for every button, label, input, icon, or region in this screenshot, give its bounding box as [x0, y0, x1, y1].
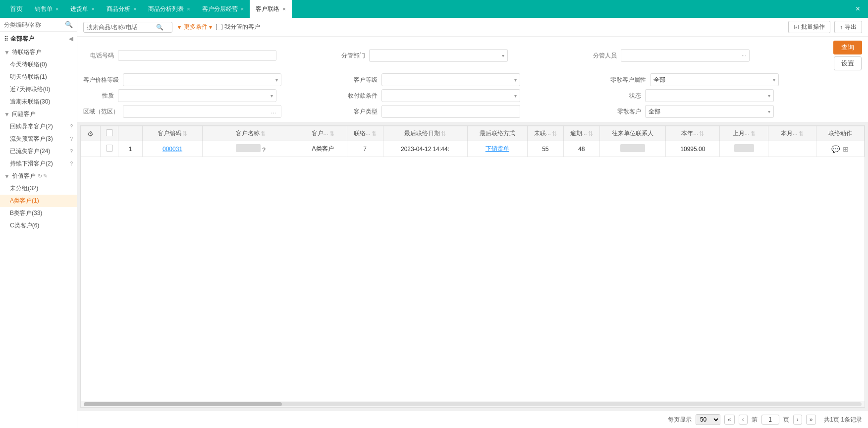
th-gear[interactable]: ⚙ [81, 126, 101, 141]
group-pending-contact[interactable]: ▼ 待联络客户 [0, 46, 77, 58]
th-code[interactable]: 客户编码 ⇅ [142, 126, 202, 141]
th-contact[interactable]: 联络... ⇅ [347, 126, 383, 141]
per-page-select[interactable]: 50 100 200 [696, 414, 720, 425]
th-check [100, 126, 118, 141]
chat-icon[interactable]: 💬 [831, 145, 840, 153]
th-name[interactable]: 客户名称 ⇅ [203, 126, 299, 141]
phone-input[interactable] [118, 50, 276, 61]
sidebar-search-input[interactable] [4, 21, 65, 28]
sidebar-item-class-b[interactable]: B类客户(33) [0, 207, 77, 219]
td-last-way[interactable]: 下销货单 [467, 141, 527, 157]
edit-icon[interactable]: ✎ [43, 173, 48, 179]
td-code[interactable]: 000031 [142, 141, 202, 157]
status-select[interactable]: ▾ [645, 89, 774, 102]
nav-tab-analysis[interactable]: 商品分析 × [101, 0, 142, 18]
th-last-month[interactable]: 上月... ⇅ [720, 126, 768, 141]
nav-home[interactable]: 首页 [4, 0, 29, 18]
query-btn[interactable]: 查询 [833, 41, 862, 54]
sidebar-item-class-c[interactable]: C类客户(6) [0, 219, 77, 232]
retail-attr-select[interactable]: 全部 ▾ [650, 73, 779, 86]
close-sales-tab[interactable]: × [55, 6, 58, 12]
sidebar-item-declining[interactable]: 持续下滑客户(2) ? [0, 158, 77, 170]
sidebar-item-today[interactable]: 今天待联络(0) [0, 58, 77, 71]
last-way-link[interactable]: 下销货单 [486, 145, 509, 152]
price-level-select[interactable]: ▾ [123, 73, 281, 86]
nav-tab-purchase[interactable]: 进货单 × [64, 0, 100, 18]
close-analysis-list-tab[interactable]: × [187, 6, 190, 12]
next-page-btn[interactable]: › [793, 415, 802, 425]
th-this-year[interactable]: 本年... ⇅ [666, 126, 720, 141]
refresh-icon[interactable]: ↻ [38, 173, 42, 179]
close-all-tabs[interactable]: × [852, 4, 864, 13]
gear-settings-btn[interactable]: ⚙ [87, 130, 94, 138]
td-no-contact: 55 [527, 141, 563, 157]
th-no-contact[interactable]: 未联... ⇅ [527, 126, 563, 141]
th-last-date[interactable]: 最后联络日期 ⇅ [383, 126, 467, 141]
prev-page-btn[interactable]: ‹ [739, 415, 748, 425]
pay-terms-select[interactable]: ▾ [381, 89, 520, 102]
last-month-redacted [734, 144, 754, 152]
filter-row-4: 区域（范区） ... 客户类型 零散客户 [83, 105, 862, 118]
all-customers-header[interactable]: ⠿ 全部客户 ◀ [0, 32, 77, 46]
status-label: 状态 [610, 92, 645, 100]
settings-btn[interactable]: 设置 [834, 56, 862, 70]
page-number-input[interactable] [761, 415, 779, 425]
my-customers-checkbox[interactable] [216, 24, 222, 30]
close-purchase-tab[interactable]: × [91, 6, 94, 12]
nav-tab-sales[interactable]: 销售单 × [29, 0, 64, 18]
sidebar-item-unclassified[interactable]: 未分组(32) [0, 182, 77, 195]
sidebar-item-tomorrow[interactable]: 明天待联络(1) [0, 71, 77, 83]
th-unit-contact[interactable]: 往来单位联系人 [599, 126, 666, 141]
table-scroll[interactable]: ⚙ 客户编码 ⇅ [81, 126, 865, 401]
first-page-btn[interactable]: « [724, 415, 735, 425]
scroll-thumb[interactable] [84, 402, 282, 406]
customer-code-link[interactable]: 000031 [163, 146, 182, 153]
sidebar-item-class-a[interactable]: A类客户(1) [0, 195, 77, 207]
nav-tab-customer-segment[interactable]: 客户分层经营 × [196, 0, 250, 18]
nature-select[interactable]: ▾ [118, 89, 276, 102]
customer-level-chevron: ▾ [514, 77, 517, 83]
sidebar-item-repurchase-abnormal[interactable]: 回购异常客户(2) ? [0, 120, 77, 133]
select-all-checkbox[interactable] [106, 129, 113, 136]
collapse-icon: ◀ [69, 36, 73, 42]
customer-type-select[interactable] [381, 105, 520, 118]
last-page-btn[interactable]: » [806, 415, 816, 425]
group-problem-customers[interactable]: ▼ 问题客户 [0, 108, 77, 120]
th-overdue[interactable]: 逾期... ⇅ [563, 126, 599, 141]
td-check[interactable] [100, 141, 118, 157]
more-conditions-btn[interactable]: ▼ 更多条件 ▾ [176, 23, 212, 31]
dept-select[interactable]: ▾ [369, 49, 508, 62]
nav-tab-analysis-list[interactable]: 商品分析列表 × [142, 0, 196, 18]
region-select[interactable]: ... [123, 105, 281, 118]
close-segment-tab[interactable]: × [241, 6, 244, 12]
th-type[interactable]: 客户... ⇅ [299, 126, 347, 141]
dept-label: 分管部门 [334, 52, 369, 60]
sort-icon-6: ⇅ [552, 130, 557, 137]
filter-search-input[interactable] [87, 24, 156, 31]
th-last-way[interactable]: 最后联络方式 [467, 126, 527, 141]
sidebar-item-7days[interactable]: 近7天待联络(0) [0, 83, 77, 96]
more-action-icon[interactable]: ⊞ [843, 145, 849, 153]
nav-tab-customer-contact[interactable]: 客户联络 × [250, 0, 291, 18]
td-contact: 7 [347, 141, 383, 157]
query-buttons: 查询 设置 [833, 41, 862, 70]
my-customers-filter[interactable]: 我分管的客户 [216, 23, 260, 31]
close-contact-tab[interactable]: × [282, 6, 285, 12]
horizontal-scrollbar[interactable] [81, 401, 865, 407]
retail-select[interactable]: 全部 ▾ [645, 105, 774, 118]
row-checkbox[interactable] [106, 145, 113, 152]
batch-op-btn[interactable]: ☑ 批量操作 [788, 21, 830, 33]
person-select[interactable]: ··· [621, 49, 750, 62]
th-this-month[interactable]: 本月... ⇅ [768, 126, 816, 141]
export-btn[interactable]: ↑ 导出 [834, 21, 862, 33]
per-page-label: 每页显示 [668, 416, 692, 424]
td-this-month [768, 141, 816, 157]
group-value-customers[interactable]: ▼ 价值客户 ↻ ✎ [0, 170, 77, 182]
td-name[interactable]: ? [203, 141, 299, 157]
retail-attr-label: 零散客户属性 [610, 76, 650, 84]
customer-level-select[interactable]: ▾ [381, 73, 520, 86]
sidebar-item-overdue-contact[interactable]: 逾期未联络(30) [0, 96, 77, 108]
close-analysis-tab[interactable]: × [133, 6, 136, 12]
sidebar-item-churned[interactable]: 已流失客户(24) ? [0, 145, 77, 158]
sidebar-item-churn-warning[interactable]: 流失预警客户(3) ? [0, 133, 77, 145]
